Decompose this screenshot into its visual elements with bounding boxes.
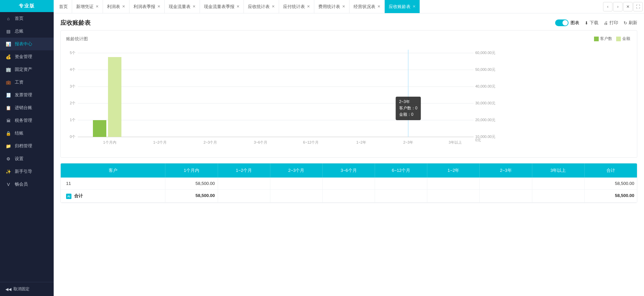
cell-3-6m-0 bbox=[323, 178, 375, 189]
col-header-3-6m: 3~6个月 bbox=[323, 163, 375, 178]
svg-text:20,000.00元: 20,000.00元 bbox=[475, 118, 495, 122]
tab-close-cashflow[interactable]: ✕ bbox=[193, 4, 196, 9]
sidebar-item-guide[interactable]: ✨ 新手引导 bbox=[0, 165, 54, 178]
print-button[interactable]: 🖨 打印 bbox=[604, 20, 618, 26]
col-header-2-3y: 2~3年 bbox=[480, 163, 532, 178]
tab-cashflow-quarterly[interactable]: 现金流量表季报 ✕ bbox=[200, 0, 244, 13]
tab-receivable-stat[interactable]: 应收统计表 ✕ bbox=[244, 0, 279, 13]
cell-customer-0: 11 bbox=[61, 178, 165, 189]
tab-aging[interactable]: 应收账龄表 ✕ bbox=[385, 0, 420, 13]
chart-toggle[interactable] bbox=[555, 19, 569, 26]
chart-legend: 客户数 金额 bbox=[594, 36, 630, 42]
main-content: 首页 新增凭证 ✕ 利润表 ✕ 利润表季报 ✕ 现金流量表 ✕ 现金流量表季报 … bbox=[54, 0, 644, 296]
assets-icon: 🏢 bbox=[5, 66, 11, 72]
tab-profit[interactable]: 利润表 ✕ bbox=[103, 0, 129, 13]
svg-text:2~3个月: 2~3个月 bbox=[204, 140, 217, 144]
cell-total-0: 58,500.00 bbox=[585, 178, 637, 189]
sidebar-item-archive[interactable]: 📁 归档管理 bbox=[0, 140, 54, 152]
sidebar-item-home[interactable]: ⌂ 首页 bbox=[0, 12, 54, 25]
tab-close-profit-quarterly[interactable]: ✕ bbox=[157, 4, 160, 9]
bar-amount-0 bbox=[108, 57, 121, 137]
sidebar-item-tax[interactable]: 🏛 税务管理 bbox=[0, 114, 54, 127]
sidebar-item-settings[interactable]: ⚙ 设置 bbox=[0, 152, 54, 165]
ledger-icon: ▤ bbox=[5, 28, 11, 34]
cell-total-label: Ai 合计 bbox=[61, 190, 165, 202]
sidebar-item-fund[interactable]: 💰 资金管理 bbox=[0, 50, 54, 63]
tab-prev-button[interactable]: ‹ bbox=[603, 2, 612, 11]
data-table: 客户 1个月内 1~2个月 2~3个月 3~6个月 6~12个月 1~2年 2~… bbox=[60, 163, 637, 203]
page-title: 应收账龄表 bbox=[60, 19, 91, 27]
chart-title: 账龄统计图 bbox=[66, 36, 632, 42]
svg-text:3~6个月: 3~6个月 bbox=[254, 140, 268, 144]
invoice-icon: 🧾 bbox=[5, 92, 11, 98]
table-total-row: Ai 合计 58,500.00 58,500.00 bbox=[61, 190, 637, 203]
sidebar-item-vip[interactable]: V 畅会员 bbox=[0, 178, 54, 191]
cell-2-3m-0 bbox=[270, 178, 323, 189]
tab-close-cashflow-quarterly[interactable]: ✕ bbox=[236, 4, 239, 9]
tab-close-aging[interactable]: ✕ bbox=[413, 4, 416, 9]
svg-text:0元: 0元 bbox=[475, 138, 481, 142]
bar-customers-0 bbox=[93, 120, 106, 137]
chart-svg-container: 5个 4个 3个 2个 1个 0个 60,000.00元 50,000.00元 … bbox=[66, 45, 632, 151]
unpin-button[interactable]: ◀◀ 取消固定 bbox=[0, 282, 54, 296]
svg-text:4个: 4个 bbox=[70, 67, 75, 71]
tab-expand-button[interactable]: ⛶ bbox=[633, 2, 643, 11]
tab-close-business-stat[interactable]: ✕ bbox=[377, 4, 380, 9]
col-header-1-2m: 1~2个月 bbox=[218, 163, 270, 178]
tab-close-payable-stat[interactable]: ✕ bbox=[307, 4, 310, 9]
table-header: 客户 1个月内 1~2个月 2~3个月 3~6个月 6~12个月 1~2年 2~… bbox=[61, 163, 637, 178]
tab-bar: 首页 新增凭证 ✕ 利润表 ✕ 利润表季报 ✕ 现金流量表 ✕ 现金流量表季报 … bbox=[54, 0, 644, 13]
tab-cashflow[interactable]: 现金流量表 ✕ bbox=[165, 0, 200, 13]
chart-svg: 5个 4个 3个 2个 1个 0个 60,000.00元 50,000.00元 … bbox=[66, 45, 632, 151]
col-header-3y: 3年以上 bbox=[532, 163, 585, 178]
svg-text:1个月内: 1个月内 bbox=[103, 140, 116, 144]
sidebar-item-assets[interactable]: 🏢 固定资产 bbox=[0, 63, 54, 76]
tab-close-voucher[interactable]: ✕ bbox=[96, 4, 99, 9]
svg-text:1个: 1个 bbox=[70, 118, 75, 122]
refresh-button[interactable]: ↻ 刷新 bbox=[624, 20, 637, 26]
legend-customers-icon bbox=[594, 37, 599, 41]
sidebar-item-reports[interactable]: 📊 报表中心 bbox=[0, 38, 54, 50]
cell-total-sum: 58,500.00 bbox=[585, 190, 637, 202]
col-header-total: 合计 bbox=[585, 163, 637, 178]
tab-payable-stat[interactable]: 应付统计表 ✕ bbox=[279, 0, 314, 13]
legend-amount: 金额 bbox=[616, 36, 630, 42]
col-header-customer: 客户 bbox=[61, 163, 165, 178]
svg-rect-1 bbox=[616, 37, 621, 41]
download-button[interactable]: ⬇ 下载 bbox=[585, 20, 598, 26]
tab-home[interactable]: 首页 bbox=[55, 0, 72, 13]
tab-close-expense-stat[interactable]: ✕ bbox=[342, 4, 345, 9]
chart-toggle-switch[interactable]: 图表 bbox=[555, 19, 579, 26]
cell-total-2-3m bbox=[270, 190, 323, 202]
cell-6-12m-0 bbox=[375, 178, 427, 189]
sidebar-item-closing[interactable]: 🔒 结账 bbox=[0, 127, 54, 140]
tab-close-all-button[interactable]: ✕ bbox=[623, 2, 633, 11]
cell-total-1-2y bbox=[427, 190, 480, 202]
fund-icon: 💰 bbox=[5, 54, 11, 60]
svg-text:1~2年: 1~2年 bbox=[356, 140, 366, 144]
svg-text:40,000.00元: 40,000.00元 bbox=[475, 84, 495, 88]
tab-business-stat[interactable]: 经营状况表 ✕ bbox=[350, 0, 385, 13]
sidebar-item-salary[interactable]: 💼 工资 bbox=[0, 76, 54, 89]
sidebar-item-invoice[interactable]: 🧾 发票管理 bbox=[0, 89, 54, 101]
closing-icon: 🔒 bbox=[5, 130, 11, 136]
sidebar-item-inventory[interactable]: 📋 进销台账 bbox=[0, 101, 54, 114]
svg-text:0个: 0个 bbox=[70, 135, 75, 139]
cell-1-2m-0 bbox=[218, 178, 270, 189]
tab-expense-stat[interactable]: 费用统计表 ✕ bbox=[314, 0, 350, 13]
cell-total-3-6m bbox=[323, 190, 375, 202]
sidebar-logo: 专业版 bbox=[0, 0, 54, 12]
svg-text:3个: 3个 bbox=[70, 84, 75, 88]
tab-profit-quarterly[interactable]: 利润表季报 ✕ bbox=[129, 0, 165, 13]
sidebar: 专业版 ⌂ 首页 ▤ 总账 📊 报表中心 💰 资金管理 🏢 固定资产 💼 工资 … bbox=[0, 0, 54, 296]
col-header-2-3m: 2~3个月 bbox=[270, 163, 323, 178]
tab-controls: ‹ › ✕ ⛶ bbox=[603, 2, 643, 11]
svg-text:5个: 5个 bbox=[70, 51, 75, 55]
sidebar-item-ledger[interactable]: ▤ 总账 bbox=[0, 25, 54, 38]
legend-amount-icon bbox=[616, 37, 621, 41]
tab-close-receivable-stat[interactable]: ✕ bbox=[272, 4, 275, 9]
tab-voucher[interactable]: 新增凭证 ✕ bbox=[72, 0, 103, 13]
tab-next-button[interactable]: › bbox=[613, 2, 623, 11]
svg-text:3年以上: 3年以上 bbox=[448, 140, 462, 144]
tab-close-profit[interactable]: ✕ bbox=[122, 4, 125, 9]
